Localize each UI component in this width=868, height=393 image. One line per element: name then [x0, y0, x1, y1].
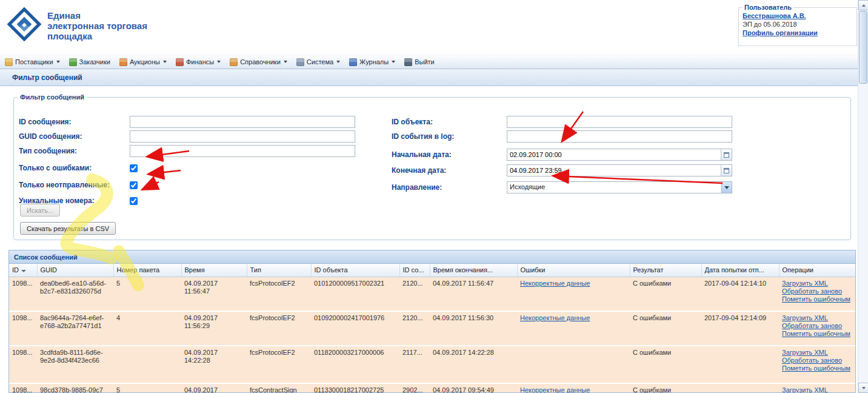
cell-id: 1098... — [9, 277, 37, 311]
vertical-scrollbar[interactable] — [858, 0, 868, 393]
table-row[interactable]: 1098... 98cd378b-9885-09c7 5 04.09.2017 … — [9, 383, 855, 393]
table-row[interactable]: 1098... dea0bed6-ea10-a56d-b2c7-e831d326… — [9, 277, 855, 311]
page-title: Фильтр сообщений — [12, 73, 82, 82]
only-unsent-checkbox[interactable] — [130, 181, 138, 189]
cell-event-id: 2120... — [399, 311, 430, 346]
filter-row: Начальная дата: — [392, 148, 732, 161]
calendar-icon[interactable] — [721, 165, 732, 176]
cell-end-time: 04.09.2017 11:56:47 — [430, 277, 517, 311]
log-event-id-input[interactable] — [507, 130, 732, 143]
download-csv-button[interactable]: Скачать результаты в CSV — [20, 222, 116, 235]
dropdown-caret-icon — [217, 61, 221, 63]
direction-select[interactable]: Исходящие — [507, 181, 732, 193]
content-area: Фильтр сообщений ID сообщения: GUID сооб… — [0, 86, 858, 393]
cell-guid: 3cdfda9b-8111-6d6e-9e2d-8d34f423ec66 — [37, 346, 113, 383]
cell-id: 1098... — [9, 311, 37, 346]
menu-item-customers[interactable]: Заказчики — [69, 58, 110, 66]
column-header-object-id[interactable]: ID объекта — [311, 264, 399, 277]
cell-object-id: 0113300018217002725 — [311, 383, 399, 393]
load-xml-link[interactable]: Загрузить XML — [782, 314, 852, 322]
object-id-label: ID объекта: — [392, 118, 507, 126]
column-header-event-id[interactable]: ID со... — [399, 264, 430, 277]
user-panel-title: Пользователь — [743, 4, 793, 11]
menu-item-system[interactable]: Система — [296, 58, 340, 66]
only-errors-label: Только с ошибками: — [19, 164, 130, 172]
cell-errors: Некорректные данные — [517, 383, 630, 393]
system-icon — [296, 58, 304, 66]
menu-item-label: Справочники — [240, 58, 281, 66]
menu-item-auctions[interactable]: Аукционы — [119, 58, 167, 66]
org-profile-link[interactable]: Профиль организации — [743, 29, 853, 37]
filter-row: Только неотправленные: — [19, 178, 138, 192]
message-type-input[interactable] — [130, 145, 355, 157]
calendar-glyph — [724, 152, 729, 158]
start-date-input[interactable] — [507, 149, 721, 160]
mark-error-link[interactable]: Пометить ошибочным — [782, 330, 852, 338]
load-xml-link[interactable]: Загрузить XML — [782, 386, 852, 393]
column-header-end-time[interactable]: Время окончания... — [430, 264, 517, 277]
column-header-time[interactable]: Время — [181, 264, 247, 277]
object-id-input[interactable] — [507, 116, 732, 128]
error-details-link[interactable]: Некорректные данные — [520, 280, 590, 287]
scroll-down-button[interactable] — [858, 383, 868, 393]
error-details-link[interactable]: Некорректные данные — [520, 314, 590, 321]
calendar-icon[interactable] — [721, 149, 732, 160]
column-header-type[interactable]: Тип — [247, 264, 311, 277]
scrollbar-thumb[interactable] — [859, 11, 867, 84]
menu-item-label: Поставщики — [15, 58, 53, 66]
cell-event-id: 2120... — [399, 277, 430, 311]
filter-row: Конечная дата: — [392, 164, 732, 177]
end-date-input[interactable] — [507, 165, 721, 176]
scroll-up-button[interactable] — [858, 0, 868, 10]
filter-row: Направление: Исходящие — [392, 181, 732, 194]
menu-item-finance[interactable]: Финансы — [176, 58, 221, 66]
arrow-down-icon — [862, 387, 866, 389]
cell-errors: Некорректные данные — [517, 277, 630, 311]
message-id-input[interactable] — [130, 116, 355, 128]
column-header-operations[interactable]: Операции — [779, 264, 855, 277]
user-name-link[interactable]: Бесстрашнова А.В. — [743, 12, 853, 20]
filter-row: ID сообщения: — [19, 115, 355, 129]
cell-result: С ошибками — [630, 346, 701, 383]
menu-item-label: Выйти — [415, 58, 435, 66]
cell-guid: dea0bed6-ea10-a56d-b2c7-e831d326075d — [37, 277, 113, 311]
dropdown-caret-icon — [392, 61, 395, 63]
reprocess-link[interactable]: Обработать заново — [782, 357, 852, 364]
mark-error-link[interactable]: Пометить ошибочным — [782, 364, 852, 372]
table-header-row: ID GUID Номер пакета Время Тип ID объект… — [9, 264, 855, 277]
reprocess-link[interactable]: Обработать заново — [782, 322, 852, 330]
column-header-attempt-date[interactable]: Дата попытки отп... — [701, 264, 779, 277]
dropdown-caret-icon — [163, 61, 167, 63]
message-filter-panel: Фильтр сообщений ID сообщения: GUID сооб… — [13, 93, 851, 240]
load-xml-link[interactable]: Загрузить XML — [782, 349, 852, 357]
column-label: ID — [12, 266, 19, 274]
suppliers-folder-icon — [5, 58, 13, 66]
menu-item-label: Аукционы — [130, 58, 160, 66]
column-header-guid[interactable]: GUID — [37, 264, 113, 277]
column-header-packet[interactable]: Номер пакета — [113, 264, 181, 277]
dropdown-caret-icon — [336, 61, 340, 63]
cell-event-id: 2902... — [399, 383, 430, 393]
table-row[interactable]: 1098... 3cdfda9b-8111-6d6e-9e2d-8d34f423… — [9, 346, 855, 383]
search-button[interactable]: Искать... — [20, 204, 60, 217]
mark-error-link[interactable]: Пометить ошибочным — [782, 295, 852, 303]
column-header-result[interactable]: Результат — [630, 264, 701, 277]
reprocess-link[interactable]: Обработать заново — [782, 287, 852, 295]
direction-label: Направление: — [392, 183, 507, 192]
column-header-id[interactable]: ID — [9, 264, 37, 277]
only-errors-checkbox[interactable] — [130, 164, 138, 172]
load-xml-link[interactable]: Загрузить XML — [782, 280, 852, 287]
menu-item-directories[interactable]: Справочники — [230, 58, 287, 66]
menu-item-suppliers[interactable]: Поставщики — [5, 58, 60, 66]
error-details-link[interactable]: Некорректные данные — [520, 386, 590, 393]
menu-item-exit[interactable]: Выйти — [404, 58, 435, 66]
unique-numbers-checkbox[interactable] — [130, 197, 138, 205]
message-id-label: ID сообщения: — [19, 118, 130, 126]
menu-item-label: Финансы — [186, 58, 214, 66]
column-header-errors[interactable]: Ошибки — [517, 264, 630, 277]
message-guid-input[interactable] — [130, 130, 355, 143]
cell-time: 04.09.2017 — [181, 383, 247, 393]
cell-time: 04.09.2017 11:56:47 — [181, 277, 247, 311]
menu-item-journals[interactable]: Журналы — [349, 58, 395, 66]
table-row[interactable]: 1098... 8ac9644a-7264-e6ef-e768-a2b2a774… — [9, 311, 855, 346]
